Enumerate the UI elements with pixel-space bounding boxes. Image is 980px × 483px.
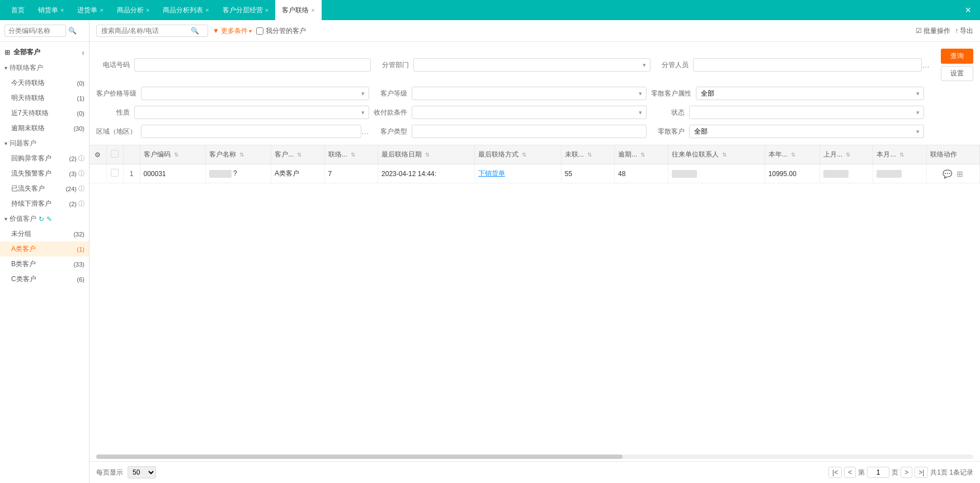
filter-phone-input[interactable] — [134, 58, 371, 72]
filter-region-dots[interactable]: … — [361, 127, 369, 136]
first-page-button[interactable]: |< — [828, 467, 842, 478]
nav-product-analysis-close[interactable]: × — [146, 7, 149, 13]
nav-customer-contact-close[interactable]: × — [311, 7, 314, 13]
sort-icon-lm: ⇅ — [846, 151, 850, 158]
th-unit-contact[interactable]: 往来单位联系人 ⇅ — [668, 145, 765, 164]
next-page-button[interactable]: > — [901, 467, 912, 478]
my-customers-checkbox[interactable]: 我分管的客户 — [256, 26, 306, 36]
sidebar-item-a-class[interactable]: A类客户 (1) — [0, 242, 89, 257]
th-last-month[interactable]: 上月... ⇅ — [819, 145, 873, 164]
th-customer-code[interactable]: 客户编码 ⇅ — [140, 145, 205, 164]
page-label: 第 — [858, 468, 865, 477]
filter-manager-input[interactable] — [693, 58, 922, 72]
filter-row-4: 区域（地区） … 客户类型 零散客户 全部 — [96, 125, 973, 138]
filter-nature-field: 性质 — [96, 106, 369, 119]
page-number-input[interactable] — [867, 467, 889, 478]
last-contact-method-link[interactable]: 下销货单 — [478, 169, 505, 177]
value-edit-icon[interactable]: ✎ — [46, 215, 52, 223]
sidebar-all-customers[interactable]: ⊞ 全部客户 ‹ — [0, 44, 89, 60]
arrow-icon-2: ▾ — [4, 140, 7, 146]
filter-retail-customer-select[interactable]: 全部 — [689, 125, 924, 138]
th-not-contacted[interactable]: 未联... ⇅ — [561, 145, 615, 164]
sidebar-section-pending[interactable]: ▾ 待联络客户 — [0, 60, 89, 75]
nav-customer-segment-close[interactable]: × — [265, 7, 268, 13]
nav-sales-order[interactable]: 销货单 × — [31, 0, 70, 20]
settings-button[interactable]: 设置 — [941, 66, 973, 81]
th-customer-name[interactable]: 客户名称 ⇅ — [205, 145, 271, 164]
th-customer-type[interactable]: 客户... ⇅ — [271, 145, 325, 164]
filter-search-button[interactable]: 🔍 — [191, 27, 199, 35]
filter-status-label: 状态 — [651, 108, 685, 117]
grid-icon: ⊞ — [4, 49, 10, 56]
filter-search-input[interactable] — [101, 27, 191, 35]
sidebar-search-input[interactable] — [4, 25, 66, 37]
sidebar-item-c-class[interactable]: C类客户 (6) — [0, 272, 89, 287]
filter-manager-dots[interactable]: … — [922, 60, 930, 69]
th-this-year-label: 本年... — [769, 150, 788, 158]
sidebar-item-repurchase-abnormal[interactable]: 回购异常客户 (2) ⓘ — [0, 151, 89, 166]
filter-retail-attr-select[interactable]: 全部 — [696, 87, 924, 100]
row-checkbox[interactable] — [111, 169, 119, 177]
th-last-contact-date[interactable]: 最后联络日期 ⇅ — [378, 145, 475, 164]
filter-nature-select[interactable] — [134, 106, 369, 119]
nav-product-analysis[interactable]: 商品分析 × — [110, 0, 156, 20]
sidebar-item-overdue-contact[interactable]: 逾期未联络 (30) — [0, 121, 89, 136]
filter-price-grade-select[interactable] — [141, 87, 369, 100]
sidebar-item-today-contact[interactable]: 今天待联络 (0) — [0, 75, 89, 91]
th-contact-count[interactable]: 联络... ⇅ — [324, 145, 378, 164]
advanced-filter-panel: 电话号码 分管部门 分管人员 … 查询 — [89, 42, 980, 145]
sidebar-search-icon[interactable]: 🔍 — [68, 27, 77, 35]
sidebar-item-b-class[interactable]: B类客户 (33) — [0, 257, 89, 272]
query-button[interactable]: 查询 — [941, 49, 973, 64]
sidebar-item-declining[interactable]: 持续下滑客户 (2) ⓘ — [0, 196, 89, 211]
batch-operation-button[interactable]: ☑ 批量操作 — [916, 26, 950, 36]
th-customer-name-label: 客户名称 — [209, 150, 236, 158]
nav-product-analysis-list-close[interactable]: × — [205, 7, 209, 13]
filter-payment-wrapper — [412, 106, 647, 119]
filter-customer-type-input[interactable] — [412, 125, 647, 138]
filter-payment-select[interactable] — [412, 106, 647, 119]
th-last-contact-method[interactable]: 最后联络方式 ⇅ — [474, 145, 561, 164]
sidebar-item-ungrouped[interactable]: 未分组 (32) — [0, 226, 89, 242]
th-this-year[interactable]: 本年... ⇅ — [765, 145, 819, 164]
filter-more-conditions[interactable]: ▼ 更多条件 ▾ — [213, 26, 252, 36]
gear-icon[interactable]: ⚙ — [95, 151, 101, 159]
filter-region-input[interactable] — [141, 125, 361, 138]
sidebar-item-7days-contact[interactable]: 近7天待联络 (0) — [0, 106, 89, 121]
sidebar-item-churn-warning[interactable]: 流失预警客户 (3) ⓘ — [0, 166, 89, 181]
th-gear[interactable]: ⚙ — [89, 145, 106, 164]
qr-action-icon[interactable]: ⊞ — [957, 169, 963, 178]
value-refresh-icon[interactable]: ↻ — [39, 215, 44, 223]
filter-customer-grade-select[interactable] — [412, 87, 647, 100]
filter-retail-attr-label: 零散客户属性 — [651, 89, 691, 98]
sidebar-item-churned[interactable]: 已流失客户 (24) ⓘ — [0, 181, 89, 196]
sidebar-section-value[interactable]: ▾ 价值客户 ↻ ✎ — [0, 211, 89, 226]
filter-icon: ▼ — [213, 27, 219, 35]
collapse-icon: ‹ — [82, 48, 84, 57]
filter-status-select[interactable] — [689, 106, 924, 119]
nav-home[interactable]: 首页 — [4, 0, 31, 20]
th-this-month[interactable]: 本月... ⇅ — [873, 145, 927, 164]
my-customers-check[interactable] — [256, 27, 263, 35]
nav-purchase-order-close[interactable]: × — [100, 7, 103, 13]
scrollbar-track — [96, 454, 973, 459]
top-nav-close-button[interactable]: × — [960, 4, 976, 16]
chat-action-icon[interactable]: 💬 — [943, 169, 952, 178]
page-size-select[interactable]: 10 20 50 100 — [128, 466, 156, 479]
nav-purchase-order[interactable]: 进货单 × — [70, 0, 110, 20]
sidebar-item-tomorrow-contact[interactable]: 明天待联络 (1) — [0, 91, 89, 106]
nav-product-analysis-list[interactable]: 商品分析列表 × — [156, 0, 215, 20]
scrollbar-thumb[interactable] — [96, 454, 623, 459]
export-button[interactable]: ↑ 导出 — [955, 26, 973, 36]
th-contact-count-label: 联络... — [328, 150, 347, 158]
sidebar-section-problem[interactable]: ▾ 问题客户 — [0, 136, 89, 151]
th-overdue[interactable]: 逾期... ⇅ — [615, 145, 668, 164]
nav-customer-contact[interactable]: 客户联络 × — [275, 0, 321, 20]
nav-sales-order-close[interactable]: × — [60, 7, 64, 13]
filter-dept-select[interactable] — [413, 58, 650, 72]
last-page-button[interactable]: >| — [915, 467, 928, 478]
prev-page-button[interactable]: < — [844, 467, 856, 478]
filter-price-grade-label: 客户价格等级 — [96, 89, 136, 98]
nav-customer-segment[interactable]: 客户分层经营 × — [216, 0, 275, 20]
header-checkbox[interactable] — [111, 150, 119, 158]
